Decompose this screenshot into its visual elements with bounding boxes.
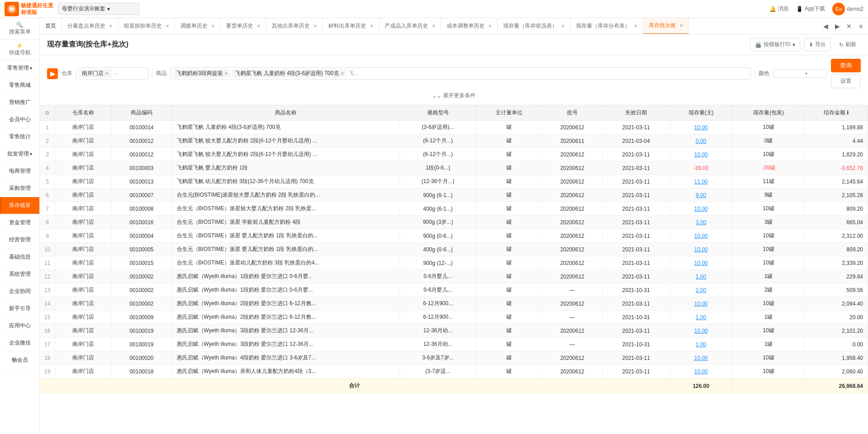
cell-qty-main[interactable]: -39.00	[670, 161, 732, 175]
sidebar-item-finance[interactable]: 资金管理	[0, 214, 39, 231]
tab-zu-chai[interactable]: 组装拆卸单历史 ✕	[118, 18, 175, 34]
settings-icon[interactable]: ⚙	[45, 110, 50, 116]
sidebar-item-ops[interactable]: 经营管理	[0, 231, 39, 249]
warehouse-filter-more[interactable]: ···	[113, 71, 118, 77]
cell-code: 00100002	[111, 283, 172, 297]
sidebar-item-retail-shop[interactable]: 零售商城	[0, 77, 39, 94]
cell-qty-main[interactable]: 10.00	[670, 148, 732, 161]
table-container[interactable]: ⚙ 仓库名称 商品编码 商品名称 规格型号 主计量单位 批号 失效日期 现存量(…	[40, 105, 868, 434]
sidebar-item-marketing[interactable]: 营销推广	[0, 94, 39, 111]
print-btn[interactable]: 🖨️ 按模板打印 ▾	[750, 38, 800, 51]
tab-yao-huo[interactable]: 要货单历史 ✕	[221, 18, 266, 34]
cell-qty-pkg: 10罐	[732, 365, 805, 378]
tab-xian-cun1[interactable]: 现存量（库存状况表） ✕	[498, 18, 571, 34]
tab-fen-pan[interactable]: 分量盘点单历史 ✕	[62, 18, 118, 34]
cell-qty-main[interactable]: 1.00	[670, 270, 732, 283]
sidebar-item-search[interactable]: 🔍 搜索英单	[0, 18, 39, 40]
account-selector[interactable]: 母婴行业演示账套 ▾	[58, 3, 139, 15]
tab-tiao-bo[interactable]: 调拨单历史 ✕	[175, 18, 221, 34]
warehouse-filter[interactable]: 南岸门店 ✕ ···	[76, 67, 148, 80]
sidebar-item-new-guide[interactable]: 新手引导	[0, 300, 39, 317]
tab-qi-ta-chu[interactable]: 其他出库单历史 ✕	[266, 18, 323, 34]
cell-name: 惠氏启赋（Wyeth illuma）3段奶粉 爱尔兰进口 12-36月...	[172, 338, 400, 351]
sidebar-item-member2[interactable]: 畅会员	[0, 352, 39, 369]
query-btn[interactable]: 查询	[831, 59, 861, 72]
cell-qty-main[interactable]: 10.00	[670, 202, 732, 216]
cell-qty-main[interactable]: 10.00	[670, 243, 732, 256]
cell-qty-main[interactable]: 3.00	[670, 216, 732, 229]
sidebar-item-corp[interactable]: 企业协同	[0, 283, 39, 300]
tab-xian-cun2[interactable]: 现存量（库存分布表） ✕	[571, 18, 643, 34]
cell-no: 11	[40, 256, 55, 270]
tab-close-xian-cun2[interactable]: ✕	[634, 24, 637, 28]
tab-close-qi-ta-chu[interactable]: ✕	[313, 24, 317, 28]
sidebar-item-corp-wechat[interactable]: 企业微信	[0, 335, 39, 352]
tab-close-tiao-bo[interactable]: ✕	[211, 24, 215, 28]
expand-more-btn[interactable]: ⌄⌄ 展开更多条件	[432, 92, 476, 99]
warehouse-tag-close[interactable]: ✕	[105, 71, 108, 76]
cell-qty-main[interactable]: 1.00	[670, 311, 732, 324]
cell-name: 飞鹤星飞帆 幼儿配方奶粉 3段(12-36个月幼儿适用) 700克	[172, 175, 400, 189]
sidebar-item-retail[interactable]: 零售管理▾	[0, 60, 39, 77]
sidebar-item-app-center[interactable]: 应用中心	[0, 317, 39, 335]
tab-close-cheng-ben[interactable]: ✕	[488, 24, 492, 28]
tab-prev-btn[interactable]: ◀	[820, 21, 831, 32]
tab-close-xian-cun1[interactable]: ✕	[561, 24, 565, 28]
sidebar-item-purchase[interactable]: 采购管理	[0, 180, 39, 197]
tab-chan-pin[interactable]: 产成品入库单历史 ✕	[379, 18, 441, 34]
tab-close-cai-liao[interactable]: ✕	[370, 24, 373, 28]
export-btn[interactable]: ⬇ 导出	[804, 38, 831, 51]
cell-qty-main[interactable]: 9.00	[670, 189, 732, 202]
cell-qty-main[interactable]: 10.00	[670, 256, 732, 270]
cell-qty-main[interactable]: 11.00	[670, 175, 732, 189]
table-row: 4 南岸门店 00100003 飞鹤星飞帆 婴儿配方奶粉 1段 1段(0-6..…	[40, 161, 868, 175]
filter-expand-btn[interactable]: ▶	[47, 68, 58, 79]
sidebar-item-member[interactable]: 会员中心	[0, 111, 39, 128]
product-filter[interactable]: 飞鹤奶粉3段两提装 ✕ 飞鹤星飞帆 儿童奶粉 4段(3-6岁适用) 700克 ✕…	[170, 67, 751, 80]
cell-qty-main[interactable]: 10.00	[670, 121, 732, 134]
tab-close-fen-pan[interactable]: ✕	[109, 24, 113, 28]
cell-qty-main[interactable]: 10.00	[670, 324, 732, 338]
product-filter-more[interactable]: 飞...	[349, 70, 359, 77]
cell-warehouse: 南岸门店	[55, 121, 111, 134]
tab-home[interactable]: 首页	[40, 18, 62, 34]
cell-qty-main[interactable]: 1.00	[670, 338, 732, 351]
tab-close-all-btn[interactable]: ✕	[844, 21, 854, 32]
sidebar-item-basic[interactable]: 基础信息	[0, 249, 39, 266]
user-menu[interactable]: Ea demo2	[832, 3, 863, 15]
sidebar-item-retail-stats[interactable]: 零售统计	[0, 128, 39, 146]
cell-qty-main[interactable]: 0.00	[670, 134, 732, 148]
product-tag-2-close[interactable]: ✕	[340, 71, 344, 76]
tab-ku-pi[interactable]: 库存批次账 ✕	[643, 18, 689, 34]
settings-btn[interactable]: 设置	[831, 74, 861, 88]
sidebar-item-quick-nav[interactable]: ⚡ 快捷导航	[0, 40, 39, 60]
sidebar-item-wholesale[interactable]: 批发管理▾	[0, 146, 39, 163]
tab-close-yao-huo[interactable]: ✕	[257, 24, 260, 28]
refresh-btn[interactable]: ↻ 刷新	[835, 38, 861, 51]
product-tag-1-close[interactable]: ✕	[224, 71, 228, 76]
cell-spec: 1段(0-6...)	[400, 161, 476, 175]
cell-no: 17	[40, 338, 55, 351]
cell-qty-main[interactable]: 10.00	[670, 229, 732, 243]
color-filter[interactable]: ▾	[773, 69, 827, 78]
tab-cheng-ben[interactable]: 成本调整单历史 ✕	[441, 18, 498, 34]
tab-cai-liao[interactable]: 材料出库单历史 ✕	[323, 18, 379, 34]
sidebar-item-ecom[interactable]: 电商管理	[0, 163, 39, 180]
tab-close-chan-pin[interactable]: ✕	[432, 24, 435, 28]
col-warehouse: 仓库名称	[55, 105, 111, 121]
sidebar-item-inventory[interactable]: 库存核算	[0, 197, 39, 214]
cell-qty-main[interactable]: 10.00	[670, 365, 732, 378]
tab-menu-btn[interactable]: ≡	[855, 21, 866, 32]
col-settings[interactable]: ⚙	[40, 105, 55, 121]
cell-qty-main[interactable]: 10.00	[670, 297, 732, 311]
message-btn[interactable]: 🔔 消息	[769, 5, 789, 13]
sidebar-item-system[interactable]: 系统管理	[0, 266, 39, 283]
tab-next-btn[interactable]: ▶	[832, 21, 843, 32]
color-filter-arrow[interactable]: ▾	[805, 71, 807, 76]
tab-close-ku-pi[interactable]: ✕	[679, 23, 683, 28]
tab-close-zu-chai[interactable]: ✕	[165, 24, 169, 28]
cell-qty-main[interactable]: 10.00	[670, 351, 732, 365]
cell-unit: 罐	[476, 148, 542, 161]
app-download-btn[interactable]: 📱 App下载	[796, 5, 825, 13]
cell-qty-main[interactable]: 2.00	[670, 283, 732, 297]
